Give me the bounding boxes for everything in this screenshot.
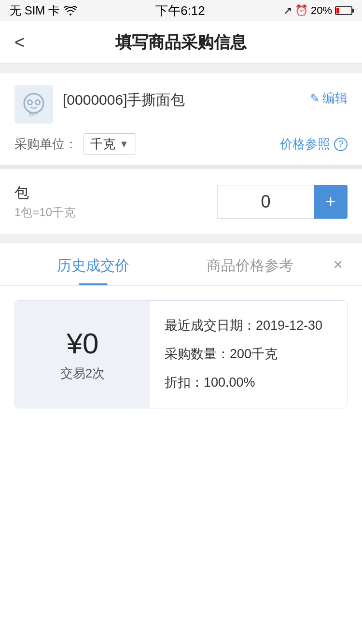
discount-row: 折扣：100.00% [165, 372, 333, 393]
price-card: ¥0 交易2次 最近成交日期：2019-12-30 采购数量：200千克 折扣：… [14, 300, 348, 408]
svg-point-3 [28, 101, 31, 104]
price-amount: ¥0 [67, 327, 99, 360]
status-right: ↗ ⏰ 20% [283, 4, 352, 17]
price-ref-button[interactable]: 价格参照 ? [280, 136, 348, 153]
quantity-label: 包 1包=10千克 [14, 183, 75, 220]
unit-select[interactable]: 千克 ▼ [83, 133, 136, 155]
location-icon: ↗ [283, 4, 292, 17]
bottom-space [0, 423, 362, 644]
quantity-plus-button[interactable]: + [314, 185, 348, 219]
wifi-icon [64, 6, 77, 15]
tab-price-reference[interactable]: 商品价格参考 [171, 243, 328, 285]
edit-icon: ✎ [310, 92, 320, 105]
price-card-right: 最近成交日期：2019-12-30 采购数量：200千克 折扣：100.00% [150, 301, 347, 408]
unit-label: 采购单位： [14, 136, 77, 153]
battery-percent: 20% [311, 4, 332, 17]
price-card-left: ¥0 交易2次 [15, 301, 150, 408]
price-ref-help-icon: ? [334, 138, 348, 151]
product-thumbnail: 数计 [14, 85, 53, 124]
alarm-icon: ⏰ [295, 4, 308, 17]
status-bar: 无 SIM 卡 下午6:12 ↗ ⏰ 20% [0, 0, 362, 21]
purchase-qty-row: 采购数量：200千克 [165, 344, 333, 364]
edit-button[interactable]: ✎ 编辑 [310, 85, 348, 107]
history-price-content: ¥0 交易2次 最近成交日期：2019-12-30 采购数量：200千克 折扣：… [0, 286, 362, 423]
quantity-row: 包 1包=10千克 + [0, 169, 362, 234]
quantity-input-area: + [217, 185, 348, 219]
status-left: 无 SIM 卡 [10, 3, 77, 18]
product-name: [0000006]手撕面包 [63, 85, 185, 110]
svg-point-0 [24, 94, 43, 113]
tabs-header: 历史成交价 商品价格参考 × [0, 243, 362, 286]
unit-conversion: 1包=10千克 [14, 205, 75, 220]
svg-point-4 [36, 101, 39, 104]
page-header: < 填写商品采购信息 [0, 21, 362, 64]
dropdown-arrow-icon: ▼ [119, 139, 129, 150]
tab-history-price[interactable]: 历史成交价 [14, 243, 171, 285]
status-time: 下午6:12 [155, 2, 205, 19]
tab-close-button[interactable]: × [328, 250, 348, 279]
page-title: 填写商品采购信息 [115, 31, 247, 54]
product-card: 数计 [0000006]手撕面包 ✎ 编辑 采购单位： 千克 ▼ 价格参照 ? [0, 73, 362, 165]
divider [0, 165, 362, 168]
battery-icon [335, 6, 352, 15]
quantity-input[interactable] [217, 185, 314, 219]
carrier-label: 无 SIM 卡 [10, 3, 60, 18]
tabs-container: 历史成交价 商品价格参考 × ¥0 交易2次 最近成交日期：2019-12-30… [0, 243, 362, 423]
back-button[interactable]: < [10, 28, 29, 57]
svg-text:数计: 数计 [29, 112, 39, 117]
unit-name: 包 [14, 183, 75, 203]
recent-date-row: 最近成交日期：2019-12-30 [165, 315, 333, 336]
trade-count: 交易2次 [60, 365, 105, 382]
